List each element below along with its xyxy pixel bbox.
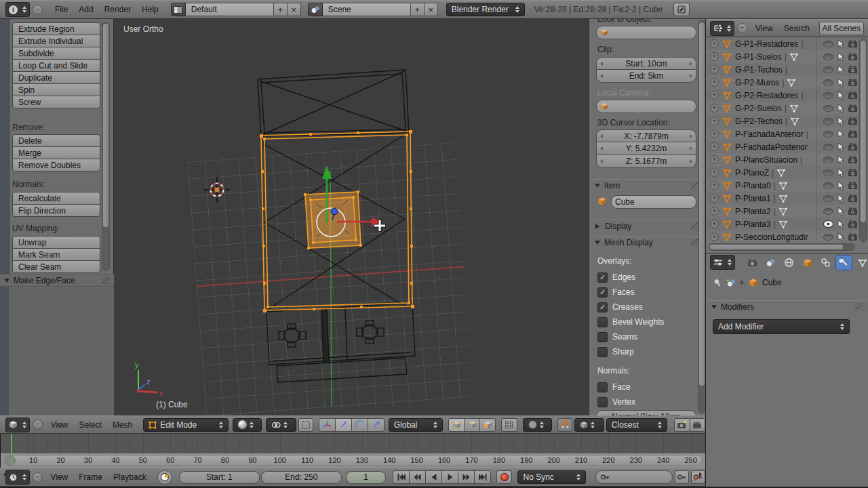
tool-button[interactable]: Loop Cut and Slide <box>12 59 100 72</box>
renderability-camera-icon[interactable] <box>848 91 858 100</box>
editor-type-button[interactable] <box>5 418 30 432</box>
vertex-select-button[interactable] <box>448 418 465 432</box>
outliner-row[interactable]: + P-FachadaPosterior | <box>706 140 858 153</box>
renderability-camera-icon[interactable] <box>848 104 858 113</box>
manipulator-toggle[interactable] <box>319 418 336 432</box>
tool-button[interactable]: Mark Seam <box>12 248 100 261</box>
add-layout-button[interactable]: + <box>274 3 288 16</box>
renderability-camera-icon[interactable] <box>848 52 858 61</box>
timeline[interactable]: 1020304050607080901001101201301401501601… <box>0 434 705 468</box>
tool-button[interactable]: Unwrap <box>12 236 100 249</box>
outliner-row[interactable]: + P-SeccionLongitudin | <box>706 230 858 243</box>
visibility-eye-icon[interactable] <box>823 182 833 189</box>
tool-button[interactable]: Recalculate <box>12 192 100 205</box>
collapse-menus-button[interactable]: − <box>33 5 43 15</box>
item-panel-header[interactable]: Item <box>591 179 703 192</box>
lock-object-field[interactable] <box>596 26 696 39</box>
modifiers-panel-header[interactable]: Modifiers <box>707 300 867 313</box>
expand-icon[interactable]: + <box>710 142 719 151</box>
redo-panel-header[interactable]: Make Edge/Face <box>0 274 114 287</box>
selectability-cursor-icon[interactable] <box>837 232 844 242</box>
mesh-display-panel-header[interactable]: Mesh Display <box>591 236 703 249</box>
overlay-checkbox[interactable]: ✓ Faces <box>597 285 664 300</box>
visibility-eye-icon[interactable] <box>823 66 833 73</box>
jump-to-start-button[interactable] <box>393 470 410 484</box>
renderability-camera-icon[interactable] <box>848 142 858 151</box>
outliner-row[interactable]: + G-P2-Restadores | <box>706 89 858 102</box>
clip-start-field[interactable]: Start: 10cm <box>596 57 696 70</box>
menu-item[interactable]: Select <box>73 420 106 430</box>
normals-checkbox[interactable]: ✓ Vertex <box>597 394 635 409</box>
renderability-camera-icon[interactable] <box>848 129 858 138</box>
outliner-row[interactable]: + P-Planta1 | <box>706 192 858 205</box>
overlay-checkbox[interactable]: ✓ Sharp <box>597 344 664 359</box>
menu-item[interactable]: File <box>50 5 73 14</box>
menu-item[interactable]: Add <box>73 5 98 14</box>
tab-constraints[interactable] <box>817 255 834 270</box>
cursor-x-field[interactable]: X: -7.7879m <box>596 129 696 142</box>
selectability-cursor-icon[interactable] <box>837 117 844 126</box>
menu-item[interactable]: View <box>45 472 73 482</box>
menu-item[interactable]: Playback <box>108 472 152 482</box>
expand-icon[interactable]: + <box>710 91 719 100</box>
expand-icon[interactable]: + <box>710 78 719 87</box>
add-modifier-select[interactable]: Add Modifier <box>713 319 850 334</box>
selectability-cursor-icon[interactable] <box>837 181 844 190</box>
menu-item[interactable]: Search <box>778 24 815 33</box>
menu-item[interactable]: Mesh <box>107 420 138 430</box>
outliner-h-scrollbar[interactable] <box>709 243 855 251</box>
overlay-checkbox[interactable]: ✓ Seams <box>597 329 664 344</box>
outliner-row[interactable]: + P-Planta3 | <box>706 218 858 230</box>
current-frame-field[interactable]: 1 <box>346 471 387 484</box>
selectability-cursor-icon[interactable] <box>837 168 844 178</box>
viewport-shading-select[interactable] <box>233 418 262 432</box>
visibility-eye-icon[interactable] <box>823 54 833 60</box>
selectability-cursor-icon[interactable] <box>837 207 844 216</box>
outliner-row[interactable]: + G-P2-Suelos | <box>706 102 858 115</box>
rotate-manipulator-button[interactable] <box>351 418 368 432</box>
tab-data[interactable] <box>854 255 868 270</box>
display-scope-select[interactable]: All Scenes <box>819 22 864 35</box>
overlay-checkbox[interactable]: ✓ Creases <box>597 300 664 314</box>
breadcrumb-object[interactable]: Cube <box>762 278 782 287</box>
normals-checkbox[interactable]: ✓ Face <box>597 380 635 394</box>
selectability-cursor-icon[interactable] <box>837 129 844 139</box>
window-duplicate-icon[interactable] <box>673 3 690 16</box>
normal-size-field[interactable]: Normal Size: 10cm <box>596 410 696 415</box>
expand-icon[interactable]: + <box>710 39 719 48</box>
selectability-cursor-icon[interactable] <box>837 39 844 49</box>
renderability-camera-icon[interactable] <box>848 220 858 228</box>
expand-icon[interactable]: + <box>710 181 719 190</box>
current-frame-indicator[interactable] <box>11 434 12 468</box>
cursor-z-field[interactable]: Z: 5.1677m <box>596 155 696 168</box>
selectability-cursor-icon[interactable] <box>837 142 844 152</box>
tool-button[interactable]: Extrude Region <box>12 22 100 35</box>
start-frame-field[interactable]: Start: 1 <box>179 471 260 484</box>
clip-end-field[interactable]: End: 5km <box>596 70 696 83</box>
visibility-eye-icon[interactable] <box>823 208 833 215</box>
visibility-eye-icon[interactable] <box>823 157 833 163</box>
center-points-toggle[interactable] <box>298 418 313 432</box>
tab-world[interactable] <box>781 255 797 270</box>
display-panel-header[interactable]: Display <box>591 220 703 232</box>
expand-icon[interactable]: + <box>710 65 719 74</box>
visibility-eye-icon[interactable] <box>823 234 833 241</box>
overlay-checkbox[interactable]: ✓ Edges <box>597 270 664 285</box>
outliner-row[interactable]: + P-PlanoSituacion | <box>706 153 858 166</box>
visibility-eye-icon[interactable] <box>823 79 833 86</box>
editor-type-button[interactable] <box>710 255 735 270</box>
expand-icon[interactable]: + <box>710 194 719 203</box>
scale-manipulator-button[interactable] <box>368 418 384 432</box>
pin-icon[interactable] <box>711 276 724 289</box>
menu-item[interactable]: View <box>45 420 74 430</box>
cursor-y-field[interactable]: Y: 5.4232m <box>596 142 696 155</box>
sync-select[interactable]: No Sync <box>517 470 585 484</box>
selectability-cursor-icon[interactable] <box>837 155 844 165</box>
delete-scene-button[interactable]: × <box>425 3 438 16</box>
renderability-camera-icon[interactable] <box>848 155 858 164</box>
renderability-camera-icon[interactable] <box>848 168 858 177</box>
tool-button[interactable]: Duplicate <box>12 71 100 84</box>
scene-field[interactable]: Scene <box>323 3 411 16</box>
outliner-row[interactable]: + G-P2-Muros | <box>706 76 858 89</box>
renderability-camera-icon[interactable] <box>848 181 858 190</box>
